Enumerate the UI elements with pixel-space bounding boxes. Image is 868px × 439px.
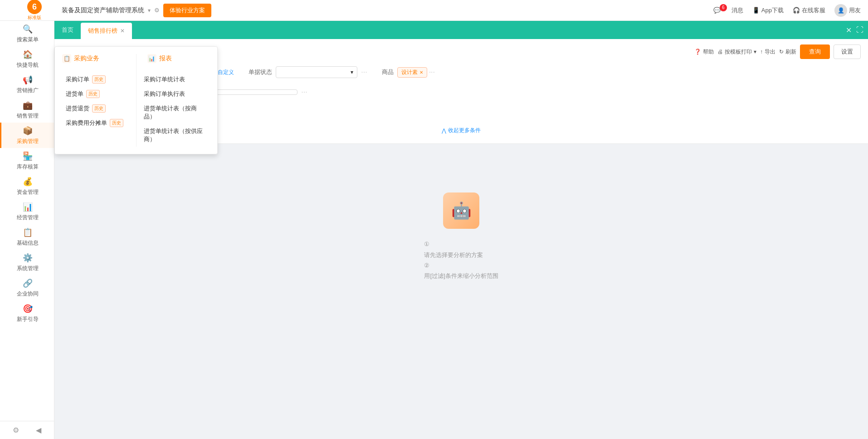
sidebar-item-finance[interactable]: 💰 资金管理 (0, 173, 54, 199)
purchase-col-header: 📋 采购业务 (62, 54, 132, 67)
set-button[interactable]: 设置 (834, 44, 861, 59)
logo-icon: 6 (27, 0, 42, 14)
sidebar-item-marketing[interactable]: 📢 营销推广 (0, 72, 54, 97)
tab-close-action[interactable]: ✕ (846, 26, 852, 35)
dropdown-item-gr-by-supplier[interactable]: 进货单统计表（按供应商） (140, 124, 210, 147)
export-btn[interactable]: ↑ 导出 (760, 48, 775, 56)
purchase-icon: 📦 (23, 126, 33, 136)
salesperson-dots[interactable]: ··· (301, 88, 307, 96)
headset-icon: 🎧 (793, 7, 800, 14)
dropdown-item-gr-by-goods[interactable]: 进货单统计表（按商品） (140, 101, 210, 124)
goods-tag: 设计素 ✕ (397, 67, 427, 78)
sidebar-item-search-label: 搜索菜单 (17, 36, 39, 44)
refresh-btn[interactable]: ↻ 刷新 (779, 48, 796, 56)
tab-fullscreen-action[interactable]: ⛶ (856, 26, 863, 34)
hint2-text: 用[过滤]条件来缩小分析范围 (424, 271, 498, 281)
sidebar-item-sysconfig[interactable]: ⚙️ 系统管理 (0, 250, 54, 275)
purchase-order-label: 采购订单 (66, 75, 89, 84)
empty-text: ① 请先选择要分析的方案 ② 用[过滤]条件来缩小分析范围 (424, 239, 498, 281)
marketing-icon: 📢 (23, 75, 33, 85)
tab-sales-rank-label: 销售排行榜 (88, 27, 117, 35)
print-dropdown-icon[interactable]: ▾ (754, 49, 756, 55)
purchase-expense-hist: 历史 (110, 119, 123, 127)
sidebar-item-guide-label: 新手引导 (17, 316, 39, 323)
query-button[interactable]: 查询 (800, 44, 830, 59)
print-btn[interactable]: 🖨 按模板打印 ▾ (717, 48, 756, 56)
message-action[interactable]: 💬 6 消息 (713, 6, 743, 15)
po-stats-label: 采购订单统计表 (144, 75, 185, 84)
purchase-dropdown-menu: 📋 采购业务 采购订单 历史 进货单 历史 进货退货 历史 采购费用分摊单 (54, 46, 218, 154)
sidebar-item-sysconfig-label: 系统管理 (17, 265, 39, 272)
date-shortcut-custom[interactable]: 自定义 (218, 69, 234, 76)
title-dropdown-icon[interactable]: ▾ (148, 7, 151, 14)
sidebar-item-quicknav[interactable]: 🏠 快捷导航 (0, 46, 54, 72)
sidebar: 🔍 搜索菜单 🏠 快捷导航 📢 营销推广 💼 销售管理 📦 采购管理 🏪 库存核… (0, 21, 54, 439)
tab-bar: 首页 销售排行榜 ✕ ✕ ⛶ (54, 21, 868, 39)
dropdown-item-goods-receipt[interactable]: 进货单 历史 (62, 87, 132, 101)
app-download-label: App下载 (761, 6, 784, 15)
finance-icon: 💰 (23, 177, 33, 187)
tab-close-icon[interactable]: ✕ (120, 28, 125, 34)
tab-home-label: 首页 (62, 26, 73, 34)
title-gear-icon[interactable]: ⚙ (154, 7, 160, 14)
dropdown-item-purchase-order[interactable]: 采购订单 历史 (62, 72, 132, 87)
system-title-area: 装备及固定资产辅助管理系统 ▾ ⚙ 体验行业方案 (62, 4, 713, 17)
help-icon: ❓ (694, 49, 701, 55)
system-title-text: 装备及固定资产辅助管理系统 (62, 6, 144, 15)
sidebar-item-enterprise[interactable]: 🔗 企业协同 (0, 275, 54, 301)
tab-home[interactable]: 首页 (54, 21, 81, 39)
sidebar-item-purchase[interactable]: 📦 采购管理 (0, 123, 54, 148)
empty-robot-icon: 🤖 (443, 192, 479, 229)
dropdown-columns: 📋 采购业务 采购订单 历史 进货单 历史 进货退货 历史 采购费用分摊单 (62, 54, 210, 147)
dropdown-item-po-stats[interactable]: 采购订单统计表 (140, 72, 210, 87)
sidebar-item-marketing-label: 营销推广 (17, 87, 39, 94)
purchase-expense-label: 采购费用分摊单 (66, 119, 107, 127)
sidebar-settings-btn[interactable]: ⚙ (13, 426, 19, 434)
goods-return-hist: 历史 (92, 104, 106, 113)
dropdown-item-goods-return[interactable]: 进货退货 历史 (62, 101, 132, 116)
collapse-label: 收起更多条件 (448, 127, 481, 134)
help-btn[interactable]: ❓ 帮助 (694, 48, 714, 56)
salesperson-select[interactable] (216, 89, 297, 95)
empty-hint-1: ① 请先选择要分析的方案 (424, 239, 498, 260)
message-badge: 6 (720, 4, 727, 11)
enterprise-icon: 🔗 (23, 278, 33, 288)
sidebar-item-purchase-label: 采购管理 (17, 138, 39, 145)
app-download-action[interactable]: 📱 App下载 (752, 6, 784, 15)
user-label: 用友 (849, 6, 861, 15)
empty-state: 🤖 ① 请先选择要分析的方案 ② 用[过滤]条件来缩小分析范围 (54, 144, 868, 326)
gr-by-supplier-label: 进货单统计表（按供应商） (144, 127, 207, 143)
industry-btn[interactable]: 体验行业方案 (163, 4, 211, 17)
online-service-label: 在线客服 (802, 6, 825, 15)
logo-area: 6 标准版 (7, 0, 62, 21)
sidebar-item-guide[interactable]: 🎯 新手引导 (0, 301, 54, 326)
empty-illustration: 🤖 (434, 188, 488, 233)
sidebar-item-operation[interactable]: 📊 经营管理 (0, 199, 54, 224)
sales-icon: 💼 (23, 100, 33, 110)
goods-tag-close[interactable]: ✕ (419, 70, 423, 75)
sidebar-item-enterprise-label: 企业协同 (17, 290, 39, 298)
home-icon: 🏠 (23, 49, 33, 59)
tab-sales-rank[interactable]: 销售排行榜 ✕ (81, 23, 132, 39)
print-label: 按模板打印 (725, 48, 752, 56)
goods-dots[interactable]: ··· (429, 68, 435, 76)
header-right: 💬 6 消息 📱 App下载 🎧 在线客服 👤 用友 (713, 4, 861, 17)
online-service-action[interactable]: 🎧 在线客服 (793, 6, 825, 15)
dropdown-item-po-exec[interactable]: 采购订单执行表 (140, 87, 210, 101)
report-col-title: 报表 (159, 54, 172, 63)
sidebar-item-finance-label: 资金管理 (17, 188, 39, 196)
sidebar-item-sales[interactable]: 💼 销售管理 (0, 97, 54, 123)
bill-status-select[interactable]: ▾ (276, 66, 357, 78)
sidebar-collapse-btn[interactable]: ◀ (36, 426, 41, 434)
purchase-col-title: 采购业务 (74, 54, 99, 63)
sidebar-item-sales-label: 销售管理 (17, 112, 39, 120)
bill-status-dots[interactable]: ··· (361, 68, 367, 76)
sidebar-item-quicknav-label: 快捷导航 (17, 61, 39, 69)
sidebar-item-search[interactable]: 🔍 搜索菜单 (0, 21, 54, 46)
sidebar-item-baseinfo[interactable]: 📋 基础信息 (0, 224, 54, 250)
baseinfo-icon: 📋 (23, 227, 33, 237)
sidebar-item-inventory[interactable]: 🏪 库存核算 (0, 148, 54, 173)
user-action[interactable]: 👤 用友 (834, 4, 861, 17)
dropdown-item-purchase-expense[interactable]: 采购费用分摊单 历史 (62, 116, 132, 130)
print-icon: 🖨 (717, 49, 723, 55)
